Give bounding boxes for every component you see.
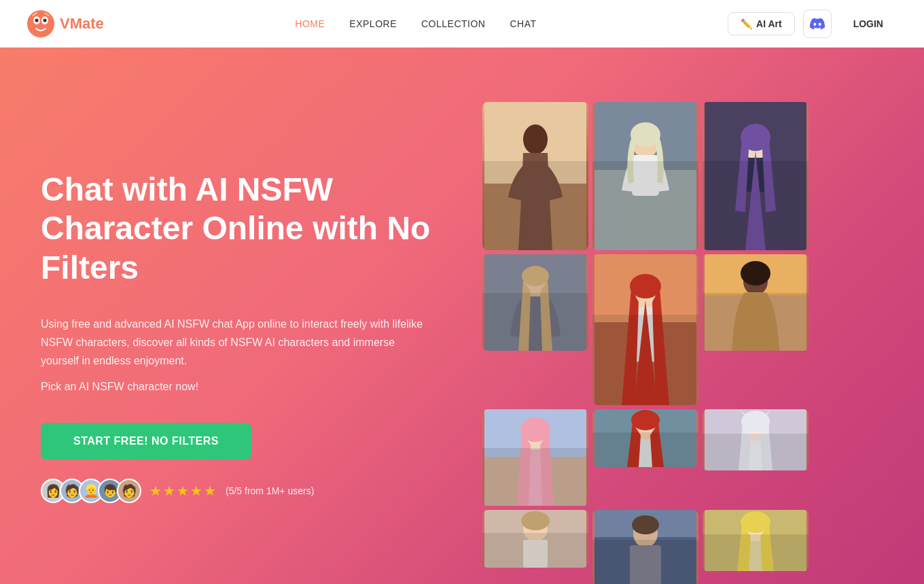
svg-rect-65 [744, 541, 767, 571]
ai-art-button[interactable]: ✏️ AI Art [728, 12, 795, 35]
svg-point-35 [741, 261, 770, 286]
svg-rect-60 [630, 545, 661, 584]
svg-rect-34 [743, 292, 768, 351]
start-free-button[interactable]: START FREE! NO FILTERS [41, 423, 251, 460]
image-cell-2[interactable] [592, 102, 698, 250]
discord-button[interactable] [803, 10, 832, 38]
svg-point-0 [27, 10, 54, 37]
logo-text: VMate [60, 15, 104, 33]
hero-title: Chat with AI NSFW Character Online with … [41, 170, 482, 288]
svg-point-23 [522, 266, 549, 286]
svg-rect-28 [633, 307, 658, 362]
discord-icon [810, 16, 825, 31]
svg-rect-13 [632, 155, 659, 196]
avatar-5: 🧑 [117, 479, 141, 503]
image-cell-6[interactable] [703, 254, 808, 351]
svg-rect-26 [594, 322, 696, 405]
star-rating: ★★★★★ [149, 483, 217, 499]
svg-rect-11 [594, 170, 696, 250]
image-cell-12[interactable] [703, 510, 808, 571]
logo-link[interactable]: VMate [27, 10, 104, 37]
ai-art-icon: ✏️ [741, 18, 752, 29]
nav-chat[interactable]: CHAT [510, 18, 536, 29]
svg-point-8 [523, 124, 548, 154]
svg-point-3 [35, 18, 39, 22]
logo-icon [27, 10, 54, 37]
svg-point-56 [521, 511, 550, 530]
svg-rect-31 [705, 295, 806, 351]
svg-rect-38 [484, 457, 586, 506]
image-cell-4[interactable] [482, 254, 588, 351]
svg-rect-55 [523, 540, 548, 568]
svg-rect-44 [634, 439, 657, 467]
nav-home[interactable]: HOME [295, 18, 325, 29]
nav-explore[interactable]: EXPLORE [349, 18, 397, 29]
hero-description: Using free and advanced AI NSFW chat App… [41, 315, 435, 371]
svg-point-61 [632, 515, 659, 534]
login-button[interactable]: LOGIN [840, 13, 897, 35]
nav-links: HOME EXPLORE COLLECTION CHAT [295, 18, 536, 30]
rating-count: (5/5 from 1M+ users) [226, 485, 314, 496]
image-cell-7[interactable] [482, 409, 588, 506]
svg-rect-7 [484, 184, 586, 250]
nav-right: ✏️ AI Art LOGIN [728, 10, 897, 38]
hero-image-grid [482, 102, 808, 584]
image-cell-3[interactable] [703, 102, 808, 250]
image-cell-11[interactable] [592, 510, 698, 584]
svg-rect-40 [523, 449, 548, 506]
ratings-row: 👩 🧑 👱 👦 🧑 ★★★★★ (5/5 from 1M+ users) [41, 479, 482, 503]
hero-content: Chat with AI NSFW Character Online with … [41, 170, 482, 503]
image-cell-10[interactable] [482, 510, 588, 568]
svg-rect-22 [522, 296, 549, 351]
avatar-group: 👩 🧑 👱 👦 🧑 [41, 479, 141, 503]
svg-rect-49 [744, 441, 767, 470]
navbar: VMate HOME EXPLORE COLLECTION CHAT ✏️ AI… [0, 0, 924, 48]
nav-collection[interactable]: COLLECTION [421, 18, 485, 29]
svg-rect-58 [594, 537, 696, 584]
hero-section: Chat with AI NSFW Character Online with … [0, 48, 924, 584]
image-cell-5[interactable] [592, 254, 698, 405]
image-cell-1[interactable] [482, 102, 588, 250]
image-cell-8[interactable] [592, 409, 698, 467]
svg-rect-18 [743, 158, 768, 192]
hero-pick-text: Pick an AI NSFW character now! [41, 381, 482, 393]
image-cell-9[interactable] [703, 409, 808, 470]
svg-point-4 [43, 18, 47, 22]
ai-art-label: AI Art [756, 18, 782, 29]
